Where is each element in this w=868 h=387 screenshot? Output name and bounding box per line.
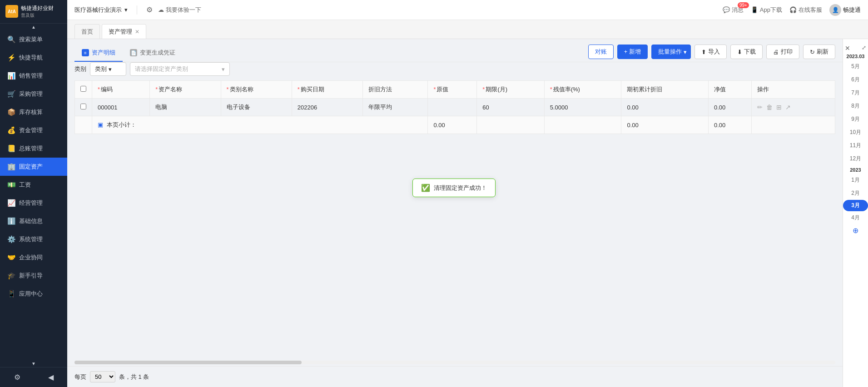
- import-btn[interactable]: ⬆ 导入: [694, 45, 727, 59]
- toast-check-icon: ✅: [421, 184, 430, 192]
- category-value-select[interactable]: 请选择固定资产类别 ▾: [130, 62, 230, 76]
- subtab-asset-detail[interactable]: ≡ 资产明细: [74, 45, 123, 62]
- right-panel-expand-icon[interactable]: ⤢: [862, 45, 866, 52]
- user-menu[interactable]: 👤 畅捷通: [829, 4, 861, 16]
- rp-scroll-down-icon[interactable]: ⊕: [853, 226, 858, 235]
- category-placeholder: 请选择固定资产类别: [135, 65, 188, 73]
- delete-icon[interactable]: 🗑: [766, 104, 773, 111]
- online-service-btn[interactable]: 🎧 在线客服: [789, 6, 822, 14]
- tab-home-label: 首页: [81, 28, 93, 36]
- hscroll-thumb[interactable]: [74, 361, 302, 364]
- th-name: *资产名称: [150, 81, 221, 99]
- settings-icon[interactable]: ⚙: [10, 371, 24, 383]
- app-download-btn[interactable]: 📱 App下载: [751, 6, 782, 14]
- filter-row: 类别 类别 ▾ 请选择固定资产类别 ▾: [67, 62, 843, 80]
- right-panel-close-icon[interactable]: ✕: [845, 45, 850, 52]
- sidebar-scroll-down[interactable]: ▼: [0, 360, 67, 367]
- select-all-checkbox[interactable]: [80, 86, 86, 92]
- topbar-right: 💬 消息 99+ 📱 App下载 🎧 在线客服 👤 畅捷通: [723, 4, 861, 16]
- rp-month-9[interactable]: 9月: [843, 113, 868, 126]
- avatar: 👤: [829, 4, 841, 16]
- sidebar-item-库存核算[interactable]: 📦库存核算: [0, 103, 67, 121]
- per-page-select[interactable]: 50 100 200: [90, 371, 115, 382]
- th-code: *编码: [92, 81, 150, 99]
- rp-month-4[interactable]: 4月: [843, 211, 868, 224]
- phone-icon: 📱: [751, 6, 758, 13]
- sidebar-item-系统管理[interactable]: ⚙️系统管理: [0, 230, 67, 248]
- rp-month-11[interactable]: 11月: [843, 139, 868, 152]
- sidebar-item-应用中心[interactable]: 📱应用中心: [0, 285, 67, 303]
- reconcile-btn[interactable]: 对账: [588, 45, 614, 59]
- table-row: 000001 电脑 电子设备 202206 年限平均 60 5.0000 0.0…: [75, 99, 835, 116]
- app-edition: 普及版: [21, 12, 54, 19]
- cell-residual-rate: 5.0000: [544, 99, 621, 116]
- th-category: *类别名称: [221, 81, 292, 99]
- sidebar-item-经营管理[interactable]: 📈经营管理: [0, 194, 67, 212]
- sidebar-item-企业协同[interactable]: 🤝企业协同: [0, 248, 67, 267]
- subtotal-residual: [544, 116, 621, 134]
- sidebar-item-资金管理[interactable]: 💰资金管理: [0, 121, 67, 139]
- print-btn[interactable]: 🖨 打印: [766, 45, 799, 59]
- row-checkbox[interactable]: [80, 104, 86, 109]
- tab-close-icon[interactable]: ✕: [135, 29, 139, 35]
- experience-label: 我要体验一下: [166, 6, 201, 14]
- more-icon[interactable]: ↗: [785, 104, 791, 111]
- sidebar-item-搜索菜单[interactable]: 🔍搜索菜单: [0, 30, 67, 49]
- company-selector[interactable]: 医疗器械行业演示 ▾: [74, 6, 128, 14]
- total-count-label: 条，共 1 条: [119, 373, 149, 381]
- rp-month-10[interactable]: 10月: [843, 126, 868, 139]
- tab-assets[interactable]: 资产管理 ✕: [102, 24, 146, 39]
- content-with-panel: ≡ 资产明细 📄 变更生成凭证 对账 + 新增 批量操作 ▾: [67, 39, 868, 387]
- rp-month-2[interactable]: 2月: [843, 187, 868, 200]
- settings-gear-icon[interactable]: ⚙: [146, 5, 153, 14]
- import-label: 导入: [708, 48, 720, 56]
- sidebar-item-工资[interactable]: 💵工资: [0, 176, 67, 194]
- rp-month-3[interactable]: 3月: [843, 200, 868, 211]
- pagination: 每页 50 100 200 条，共 1 条: [67, 366, 843, 387]
- refresh-label: 刷新: [817, 48, 828, 56]
- success-toast: ✅ 清理固定资产成功！: [412, 179, 496, 197]
- subtotal-icon: ▣: [98, 121, 103, 128]
- subtotal-checkbox-cell: [75, 116, 92, 134]
- new-btn[interactable]: + 新增: [617, 45, 648, 59]
- rp-month-6[interactable]: 6月: [843, 73, 868, 86]
- sidebar-item-固定资产[interactable]: 🏢固定资产: [0, 158, 67, 176]
- rp-month-1[interactable]: 1月: [843, 174, 868, 187]
- subtab-voucher-icon: 📄: [130, 49, 137, 56]
- batch-ops-btn[interactable]: 批量操作 ▾: [651, 45, 691, 59]
- subtotal-row: ▣ 本页小计： 0.00 0.00 0.00: [75, 116, 835, 134]
- sidebar-scroll-up[interactable]: ▲: [0, 24, 67, 30]
- subtotal-actions: [751, 116, 835, 134]
- notifications-btn[interactable]: 💬 消息 99+: [723, 6, 744, 14]
- rp-month-8[interactable]: 8月: [843, 99, 868, 113]
- sidebar-item-总账管理[interactable]: 📒总账管理: [0, 139, 67, 158]
- hscroll-track[interactable]: [74, 361, 835, 364]
- subtotal-net: 0.00: [708, 116, 751, 134]
- tabbar: 首页 资产管理 ✕: [67, 20, 868, 39]
- cell-purchase-date: 202206: [292, 99, 362, 116]
- sidebar-item-基础信息[interactable]: ℹ️基础信息: [0, 212, 67, 230]
- subtab-change-voucher[interactable]: 📄 变更生成凭证: [123, 45, 183, 62]
- category-type-select[interactable]: 类别 ▾: [90, 62, 126, 76]
- sidebar-item-销售管理[interactable]: 📊销售管理: [0, 67, 67, 85]
- logo-icon: AtA: [5, 5, 18, 18]
- collapse-icon[interactable]: ◀: [45, 371, 57, 383]
- edit-icon[interactable]: ✏: [757, 104, 763, 111]
- import-icon: ⬆: [701, 49, 706, 55]
- experience-btn[interactable]: ☁ 我要体验一下: [158, 6, 201, 14]
- th-original-value: *原值: [428, 81, 477, 99]
- tab-home[interactable]: 首页: [74, 24, 100, 39]
- sidebar-item-采购管理[interactable]: 🛒采购管理: [0, 85, 67, 103]
- download-btn[interactable]: ⬇ 下载: [730, 45, 763, 59]
- refresh-icon: ↻: [810, 49, 815, 55]
- rp-month-12[interactable]: 12月: [843, 152, 868, 165]
- copy-icon[interactable]: ⊞: [776, 104, 782, 111]
- cloud-icon: ☁: [158, 6, 164, 13]
- rp-month-7[interactable]: 7月: [843, 86, 868, 99]
- rp-month-5[interactable]: 5月: [843, 60, 868, 73]
- th-initial-accumulated: 期初累计折旧: [621, 81, 709, 99]
- sidebar-item-快捷导航[interactable]: ⚡快捷导航: [0, 49, 67, 67]
- notif-badge: 99+: [738, 2, 749, 8]
- sidebar-item-新手引导[interactable]: 🎓新手引导: [0, 267, 67, 285]
- refresh-btn[interactable]: ↻ 刷新: [803, 45, 835, 59]
